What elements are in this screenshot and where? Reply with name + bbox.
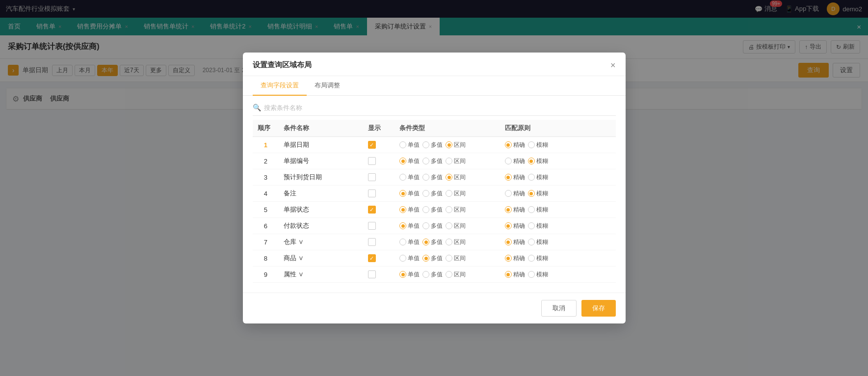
search-bar: 🔍	[253, 102, 616, 116]
dialog-body: 🔍 顺序 条件名称 显示 条件类型 匹配原则	[243, 96, 626, 116]
dialog-tab-query[interactable]: 查询字段设置	[253, 76, 307, 96]
dialog-close-button[interactable]: ×	[610, 61, 616, 70]
dialog-tab-layout[interactable]: 布局调整	[307, 76, 348, 96]
dialog-header: 设置查询区域布局 ×	[243, 53, 626, 76]
dialog-title: 设置查询区域布局	[253, 60, 312, 70]
dialog: 设置查询区域布局 × 查询字段设置 布局调整 🔍	[243, 53, 626, 116]
search-input[interactable]	[264, 104, 362, 111]
search-icon: 🔍	[253, 104, 261, 111]
dialog-tabs: 查询字段设置 布局调整	[243, 76, 626, 96]
modal-overlay: 设置查询区域布局 × 查询字段设置 布局调整 🔍	[0, 0, 868, 116]
